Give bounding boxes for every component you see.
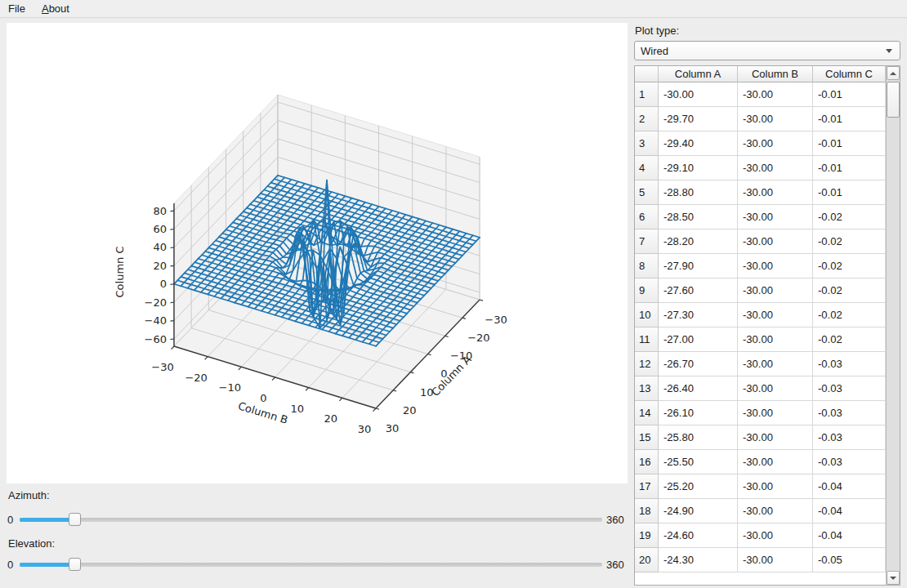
row-index-cell[interactable]: 3: [635, 131, 659, 156]
cell-column-b[interactable]: -30.00: [738, 180, 813, 205]
scroll-up-button[interactable]: [887, 66, 900, 80]
row-index-cell[interactable]: 18: [635, 499, 659, 523]
cell-column-c[interactable]: -0.02: [813, 205, 886, 229]
cell-column-c[interactable]: -0.03: [813, 401, 886, 425]
row-index-cell[interactable]: 7: [635, 229, 659, 254]
row-index-cell[interactable]: 6: [635, 205, 659, 229]
svg-text:−20: −20: [185, 372, 207, 384]
cell-column-b[interactable]: -30.00: [738, 205, 813, 229]
cell-column-c[interactable]: -0.02: [813, 229, 886, 254]
cell-column-b[interactable]: -30.00: [738, 82, 813, 107]
cell-column-a[interactable]: -25.80: [659, 425, 738, 450]
row-index-cell[interactable]: 19: [635, 523, 659, 548]
cell-column-a[interactable]: -30.00: [659, 82, 738, 107]
table-vertical-scrollbar[interactable]: [886, 66, 900, 585]
row-index-cell[interactable]: 12: [635, 352, 659, 376]
row-index-cell[interactable]: 17: [635, 474, 659, 499]
cell-column-a[interactable]: -24.60: [659, 523, 738, 548]
row-index-cell[interactable]: 4: [635, 156, 659, 180]
row-index-cell[interactable]: 13: [635, 376, 659, 401]
cell-column-c[interactable]: -0.02: [813, 303, 886, 327]
cell-column-b[interactable]: -30.00: [738, 548, 813, 572]
cell-column-b[interactable]: -30.00: [738, 376, 813, 401]
chevron-down-icon[interactable]: [886, 49, 892, 53]
row-index-cell[interactable]: 8: [635, 254, 659, 278]
row-index-cell[interactable]: 2: [635, 107, 659, 131]
cell-column-a[interactable]: -28.50: [659, 205, 738, 229]
cell-column-b[interactable]: -30.00: [738, 450, 813, 474]
cell-column-b[interactable]: -30.00: [738, 499, 813, 523]
plot-3d-canvas[interactable]: −30−20−100102030−30−20−100102030−60−40−2…: [7, 23, 628, 483]
cell-column-a[interactable]: -29.10: [659, 156, 738, 180]
azimuth-slider-track[interactable]: [20, 518, 602, 522]
cell-column-c[interactable]: -0.03: [813, 376, 886, 401]
cell-column-b[interactable]: -30.00: [738, 229, 813, 254]
cell-column-c[interactable]: -0.03: [813, 425, 886, 450]
cell-column-a[interactable]: -27.90: [659, 254, 738, 278]
cell-column-c[interactable]: -0.01: [813, 131, 886, 156]
scroll-down-button[interactable]: [887, 571, 900, 585]
cell-column-b[interactable]: -30.00: [738, 352, 813, 376]
cell-column-a[interactable]: -26.10: [659, 401, 738, 425]
cell-column-a[interactable]: -26.40: [659, 376, 738, 401]
row-index-cell[interactable]: 1: [635, 82, 659, 107]
cell-column-c[interactable]: -0.02: [813, 278, 886, 303]
cell-column-a[interactable]: -26.70: [659, 352, 738, 376]
elevation-slider-track[interactable]: [20, 563, 602, 567]
row-index-cell[interactable]: 20: [635, 548, 659, 572]
table-header-column-b[interactable]: Column B: [738, 66, 813, 82]
cell-column-c[interactable]: -0.04: [813, 474, 886, 499]
cell-column-a[interactable]: -25.20: [659, 474, 738, 499]
cell-column-b[interactable]: -30.00: [738, 401, 813, 425]
cell-column-b[interactable]: -30.00: [738, 303, 813, 327]
cell-column-b[interactable]: -30.00: [738, 254, 813, 278]
cell-column-c[interactable]: -0.02: [813, 254, 886, 278]
table-header-column-c[interactable]: Column C: [813, 66, 886, 82]
cell-column-c[interactable]: -0.01: [813, 156, 886, 180]
cell-column-b[interactable]: -30.00: [738, 523, 813, 548]
cell-column-a[interactable]: -29.40: [659, 131, 738, 156]
scrollbar-thumb[interactable]: [887, 82, 900, 118]
row-index-cell[interactable]: 5: [635, 180, 659, 205]
table-row: 13-26.40-30.00-0.03: [635, 376, 900, 401]
cell-column-c[interactable]: -0.04: [813, 499, 886, 523]
cell-column-c[interactable]: -0.05: [813, 548, 886, 572]
cell-column-b[interactable]: -30.00: [738, 131, 813, 156]
cell-column-a[interactable]: -28.20: [659, 229, 738, 254]
cell-column-c[interactable]: -0.01: [813, 107, 886, 131]
row-index-cell[interactable]: 11: [635, 327, 659, 352]
cell-column-c[interactable]: -0.03: [813, 352, 886, 376]
cell-column-a[interactable]: -29.70: [659, 107, 738, 131]
cell-column-b[interactable]: -30.00: [738, 156, 813, 180]
cell-column-c[interactable]: -0.02: [813, 327, 886, 352]
row-index-cell[interactable]: 10: [635, 303, 659, 327]
plot-type-combobox[interactable]: Wired: [634, 41, 900, 60]
cell-column-a[interactable]: -28.80: [659, 180, 738, 205]
cell-column-c[interactable]: -0.01: [813, 180, 886, 205]
cell-column-b[interactable]: -30.00: [738, 278, 813, 303]
table-corner-cell: [635, 66, 659, 82]
cell-column-a[interactable]: -27.00: [659, 327, 738, 352]
menu-item-file[interactable]: File: [0, 1, 34, 16]
cell-column-b[interactable]: -30.00: [738, 425, 813, 450]
row-index-cell[interactable]: 16: [635, 450, 659, 474]
row-index-cell[interactable]: 14: [635, 401, 659, 425]
azimuth-min-label: 0: [7, 514, 19, 526]
row-index-cell[interactable]: 15: [635, 425, 659, 450]
cell-column-c[interactable]: -0.01: [813, 82, 886, 107]
cell-column-c[interactable]: -0.04: [813, 523, 886, 548]
cell-column-a[interactable]: -24.90: [659, 499, 738, 523]
cell-column-b[interactable]: -30.00: [738, 474, 813, 499]
elevation-slider-handle[interactable]: [69, 558, 81, 571]
cell-column-b[interactable]: -30.00: [738, 107, 813, 131]
row-index-cell[interactable]: 9: [635, 278, 659, 303]
cell-column-a[interactable]: -27.30: [659, 303, 738, 327]
table-header-column-a[interactable]: Column A: [659, 66, 738, 82]
cell-column-c[interactable]: -0.03: [813, 450, 886, 474]
cell-column-a[interactable]: -25.50: [659, 450, 738, 474]
cell-column-b[interactable]: -30.00: [738, 327, 813, 352]
azimuth-slider-handle[interactable]: [69, 513, 81, 526]
cell-column-a[interactable]: -24.30: [659, 548, 738, 572]
menu-item-about[interactable]: About: [34, 1, 78, 16]
cell-column-a[interactable]: -27.60: [659, 278, 738, 303]
